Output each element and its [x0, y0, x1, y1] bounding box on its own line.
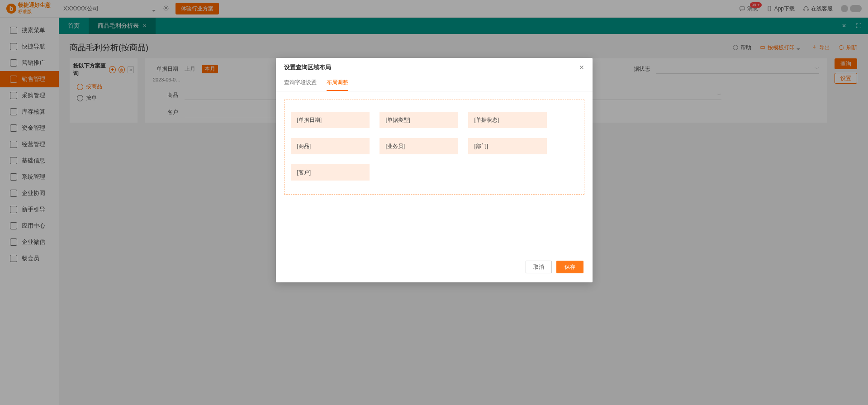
field-tag-date[interactable]: [单据日期]	[291, 112, 370, 128]
layout-dropzone[interactable]: [单据日期] [单据类型] [单据状态] [商品] [业务员] [部门] [客户…	[284, 100, 584, 195]
save-button[interactable]: 保存	[556, 261, 583, 273]
modal-tabs: 查询字段设置 布局调整	[276, 75, 593, 91]
field-tag-product[interactable]: [商品]	[291, 138, 370, 154]
field-tag-type[interactable]: [单据类型]	[379, 112, 458, 128]
modal-close-button[interactable]: ✕	[579, 64, 584, 71]
field-tag-salesman[interactable]: [业务员]	[379, 138, 458, 154]
layout-modal: 设置查询区域布局 ✕ 查询字段设置 布局调整 [单据日期] [单据类型] [单据…	[276, 58, 593, 282]
modal-tab-fields[interactable]: 查询字段设置	[284, 75, 317, 91]
modal-tab-layout[interactable]: 布局调整	[327, 75, 348, 91]
field-tag-status[interactable]: [单据状态]	[468, 112, 547, 128]
field-tag-customer[interactable]: [客户]	[291, 164, 370, 181]
cancel-button[interactable]: 取消	[526, 261, 552, 273]
field-tag-dept[interactable]: [部门]	[468, 138, 547, 154]
modal-overlay[interactable]: 设置查询区域布局 ✕ 查询字段设置 布局调整 [单据日期] [单据类型] [单据…	[0, 0, 868, 405]
modal-title: 设置查询区域布局	[284, 63, 331, 71]
